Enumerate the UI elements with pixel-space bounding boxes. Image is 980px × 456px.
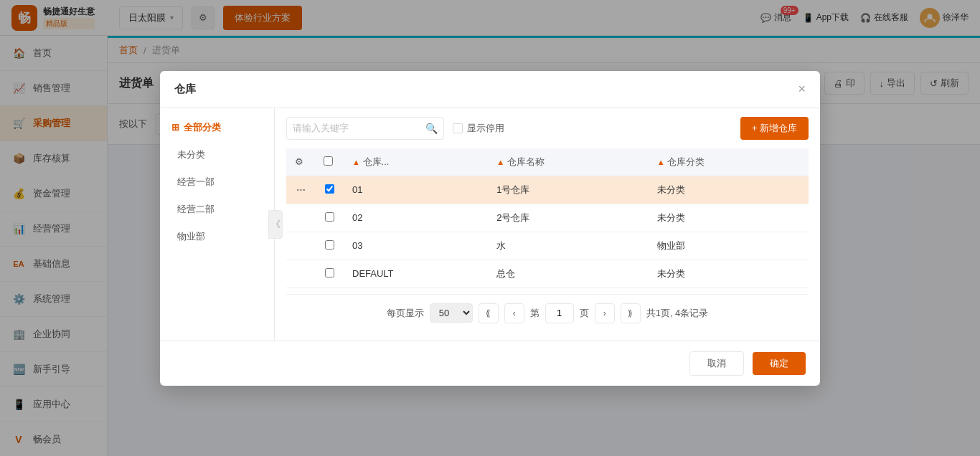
- row-category: 未分类: [649, 176, 809, 204]
- row-name: 总仓: [488, 260, 648, 288]
- row-name: 1号仓库: [488, 176, 648, 204]
- modal-close-button[interactable]: ×: [798, 82, 806, 95]
- confirm-button[interactable]: 确定: [753, 352, 806, 375]
- sort-icon: ▲: [496, 158, 504, 166]
- grid-icon: ⊞: [171, 122, 179, 133]
- modal-title: 仓库: [174, 82, 196, 96]
- search-box: 🔍: [286, 117, 444, 140]
- select-all-checkbox[interactable]: [324, 156, 333, 166]
- page-last-button[interactable]: ⟫: [621, 303, 641, 323]
- row-gear[interactable]: ⋯: [286, 176, 315, 204]
- cat-item-2[interactable]: 经营二部: [160, 196, 274, 223]
- warehouse-modal: 仓库 × ⊞ 全部分类 未分类 经营一部 经营二部: [160, 71, 820, 386]
- row-code: 01: [344, 176, 488, 204]
- sort-icon: ▲: [657, 158, 665, 166]
- category-sidebar: ⊞ 全部分类 未分类 经营一部 经营二部 物业部 《: [160, 108, 275, 341]
- row-cb[interactable]: [315, 232, 344, 260]
- page-suffix: 页: [580, 307, 589, 320]
- th-settings: ⚙: [286, 148, 315, 176]
- row-name: 水: [488, 232, 648, 260]
- th-code: ▲ 仓库...: [344, 148, 488, 176]
- row-gear[interactable]: [286, 204, 315, 232]
- category-all-label: 全部分类: [184, 121, 221, 134]
- modal-overlay[interactable]: 仓库 × ⊞ 全部分类 未分类 经营一部 经营二部: [0, 0, 980, 456]
- row-gear[interactable]: [286, 232, 315, 260]
- total-info: 共1页, 4条记录: [646, 307, 709, 320]
- row-cb[interactable]: [315, 260, 344, 288]
- table-row[interactable]: DEFAULT 总仓 未分类: [286, 260, 809, 288]
- row-category: 未分类: [649, 204, 809, 232]
- modal-body: ⊞ 全部分类 未分类 经营一部 经营二部 物业部 《: [160, 108, 820, 341]
- cat-item-3[interactable]: 物业部: [160, 223, 274, 250]
- warehouse-table: ⚙ ▲ 仓库... ▲ 仓库名称: [286, 148, 809, 288]
- modal-header: 仓库 ×: [160, 71, 820, 108]
- pagination-bar: 每页显示 50 100 ⟪ ‹ 第 1 页 › ⟫ 共1页, 4条记录: [286, 294, 809, 332]
- sort-icon: ▲: [352, 158, 360, 166]
- show-disabled-label: 显示停用: [467, 122, 504, 135]
- page-first-button[interactable]: ⟪: [479, 303, 499, 323]
- show-disabled-row: 显示停用: [453, 122, 504, 135]
- table-row[interactable]: ⋯ 01 1号仓库 未分类: [286, 176, 809, 204]
- per-page-label: 每页显示: [387, 307, 424, 320]
- table-head: ⚙ ▲ 仓库... ▲ 仓库名称: [286, 148, 809, 176]
- show-disabled-checkbox[interactable]: [453, 123, 463, 133]
- cancel-button[interactable]: 取消: [689, 351, 744, 376]
- row-category: 未分类: [649, 260, 809, 288]
- search-input[interactable]: [293, 123, 425, 133]
- page-label: 第: [530, 307, 540, 320]
- row-name: 2号仓库: [488, 204, 648, 232]
- row-code: 02: [344, 204, 488, 232]
- row-code: 03: [344, 232, 488, 260]
- th-checkbox: [315, 148, 344, 176]
- table-area: 🔍 显示停用 + 新增仓库 ⚙: [275, 108, 820, 341]
- table-toolbar: 🔍 显示停用 + 新增仓库: [286, 117, 809, 140]
- page-input[interactable]: 1: [545, 303, 574, 323]
- row-cb[interactable]: [315, 176, 344, 204]
- th-category: ▲ 仓库分类: [649, 148, 809, 176]
- cat-item-0[interactable]: 未分类: [160, 141, 274, 168]
- table-row[interactable]: 03 水 物业部: [286, 232, 809, 260]
- new-warehouse-button[interactable]: + 新增仓库: [740, 117, 809, 140]
- row-cb[interactable]: [315, 204, 344, 232]
- table-container: ⚙ ▲ 仓库... ▲ 仓库名称: [286, 148, 809, 288]
- modal-footer: 取消 确定: [160, 341, 820, 386]
- table-row[interactable]: 02 2号仓库 未分类: [286, 204, 809, 232]
- cat-collapse-button[interactable]: 《: [268, 210, 283, 239]
- table-body: ⋯ 01 1号仓库 未分类 02 2号仓库 未: [286, 176, 809, 288]
- category-all[interactable]: ⊞ 全部分类: [160, 114, 274, 141]
- th-name: ▲ 仓库名称: [488, 148, 648, 176]
- row-category: 物业部: [649, 232, 809, 260]
- row-gear[interactable]: [286, 260, 315, 288]
- table-header-row: ⚙ ▲ 仓库... ▲ 仓库名称: [286, 148, 809, 176]
- page-next-button[interactable]: ›: [595, 303, 615, 323]
- per-page-select[interactable]: 50 100: [430, 303, 473, 323]
- row-code: DEFAULT: [344, 260, 488, 288]
- page-prev-button[interactable]: ‹: [504, 303, 524, 323]
- search-icon[interactable]: 🔍: [425, 123, 438, 134]
- cat-item-1[interactable]: 经营一部: [160, 168, 274, 196]
